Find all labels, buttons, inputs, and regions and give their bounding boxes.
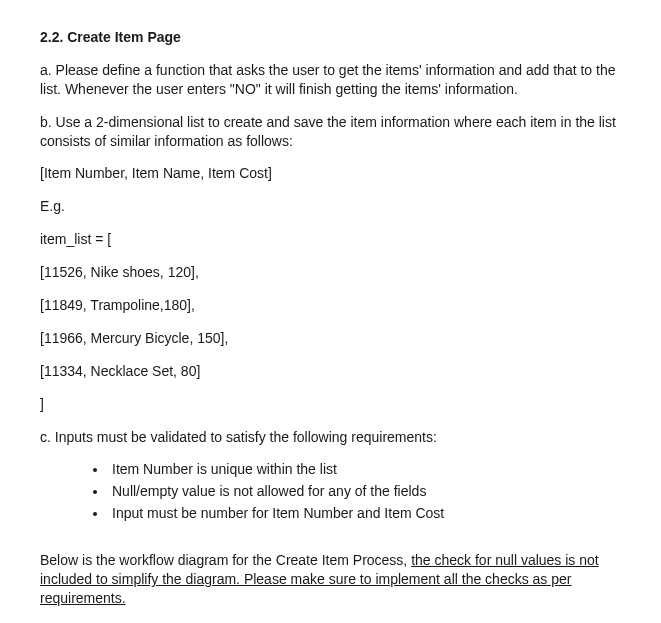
list-row: [11966, Mercury Bicycle, 150], bbox=[40, 329, 621, 348]
list-close: ] bbox=[40, 395, 621, 414]
section-heading: 2.2. Create Item Page bbox=[40, 28, 621, 47]
paragraph-a: a. Please define a function that asks th… bbox=[40, 61, 621, 99]
paragraph-b: b. Use a 2-dimensional list to create an… bbox=[40, 113, 621, 151]
bullet-item: Input must be number for Item Number and… bbox=[108, 504, 621, 523]
paragraph-c: c. Inputs must be validated to satisfy t… bbox=[40, 428, 621, 447]
footer-lead-text: Below is the workflow diagram for the Cr… bbox=[40, 552, 411, 568]
list-row: [11526, Nike shoes, 120], bbox=[40, 263, 621, 282]
list-open: item_list = [ bbox=[40, 230, 621, 249]
schema-line: [Item Number, Item Name, Item Cost] bbox=[40, 164, 621, 183]
validation-bullet-list: Item Number is unique within the list Nu… bbox=[108, 460, 621, 523]
example-label: E.g. bbox=[40, 197, 621, 216]
list-row: [11334, Necklace Set, 80] bbox=[40, 362, 621, 381]
bullet-item: Item Number is unique within the list bbox=[108, 460, 621, 479]
bullet-item: Null/empty value is not allowed for any … bbox=[108, 482, 621, 501]
list-row: [11849, Trampoline,180], bbox=[40, 296, 621, 315]
footer-paragraph: Below is the workflow diagram for the Cr… bbox=[40, 551, 621, 608]
